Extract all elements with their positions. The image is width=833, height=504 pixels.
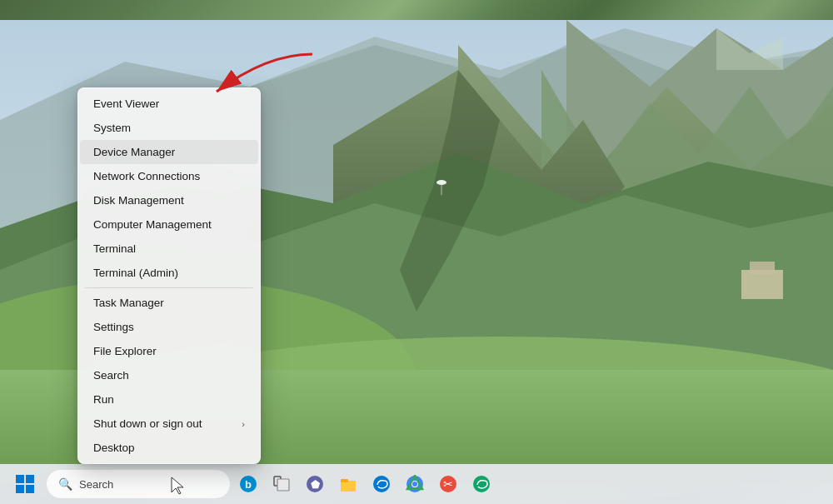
menu-separator [85,287,253,288]
svg-rect-30 [341,479,348,482]
svg-rect-21 [16,485,24,493]
svg-point-16 [436,180,446,185]
svg-rect-22 [26,485,34,493]
menu-item-system[interactable]: System [80,116,258,140]
menu-item-desktop[interactable]: Desktop [80,436,258,460]
svg-rect-15 [750,262,775,274]
menu-item-label-system: System [93,122,245,134]
menu-item-shutdown[interactable]: Shut down or sign out› [80,412,258,436]
svg-point-34 [412,482,417,487]
edge-icon[interactable] [367,469,397,499]
menu-item-terminal[interactable]: Terminal [80,237,258,261]
menu-item-label-device-manager: Device Manager [93,146,245,158]
chrome-icon[interactable] [400,469,430,499]
menu-item-search[interactable]: Search [80,363,258,387]
svg-text:b: b [245,478,252,491]
bing-chat-icon[interactable]: b [233,469,263,499]
menu-item-label-terminal-admin: Terminal (Admin) [93,267,245,279]
edge-green-icon[interactable] [466,469,496,499]
menu-item-terminal-admin[interactable]: Terminal (Admin) [80,261,258,285]
menu-item-run[interactable]: Run [80,387,258,412]
menu-item-label-desktop: Desktop [93,442,245,454]
svg-text:✂: ✂ [443,477,453,491]
search-icon: 🔍 [58,477,72,491]
task-view-icon[interactable] [267,469,297,499]
menu-item-label-computer-management: Computer Management [93,218,245,231]
submenu-arrow-shutdown: › [242,419,245,429]
menu-item-label-terminal: Terminal [93,242,245,255]
menu-item-label-settings: Settings [93,321,245,333]
menu-item-event-viewer[interactable]: Event Viewer [80,92,258,116]
menu-item-network-connections[interactable]: Network Connections [80,164,258,188]
svg-rect-26 [277,479,289,491]
file-explorer-icon[interactable] [333,469,363,499]
menu-item-label-disk-management: Disk Management [93,194,245,207]
svg-text:⬟: ⬟ [311,478,321,491]
menu-item-label-network-connections: Network Connections [93,170,245,182]
menu-item-file-explorer[interactable]: File Explorer [80,339,258,363]
svg-rect-14 [741,270,783,299]
menu-item-label-file-explorer: File Explorer [93,345,245,357]
teams-icon[interactable]: ⬟ [300,469,330,499]
context-menu: Event ViewerSystemDevice ManagerNetwork … [77,87,261,464]
taskbar: 🔍 Search b ⬟ ✂ [0,464,833,504]
snipping-tool-icon[interactable]: ✂ [433,469,463,499]
menu-item-device-manager[interactable]: Device Manager [80,140,258,164]
menu-item-label-shutdown: Shut down or sign out [93,417,242,430]
svg-rect-19 [16,475,24,483]
menu-item-label-task-manager: Task Manager [93,297,245,309]
start-button[interactable] [10,469,40,499]
menu-item-settings[interactable]: Settings [80,315,258,339]
menu-item-computer-management[interactable]: Computer Management [80,212,258,237]
taskbar-search-label: Search [79,478,113,491]
menu-item-label-search: Search [93,369,245,382]
menu-item-label-run: Run [93,393,245,406]
svg-rect-20 [26,475,34,483]
menu-item-task-manager[interactable]: Task Manager [80,291,258,315]
taskbar-search[interactable]: 🔍 Search [47,470,230,498]
menu-item-label-event-viewer: Event Viewer [93,97,245,110]
windows-logo-icon [15,474,35,494]
menu-item-disk-management[interactable]: Disk Management [80,188,258,212]
